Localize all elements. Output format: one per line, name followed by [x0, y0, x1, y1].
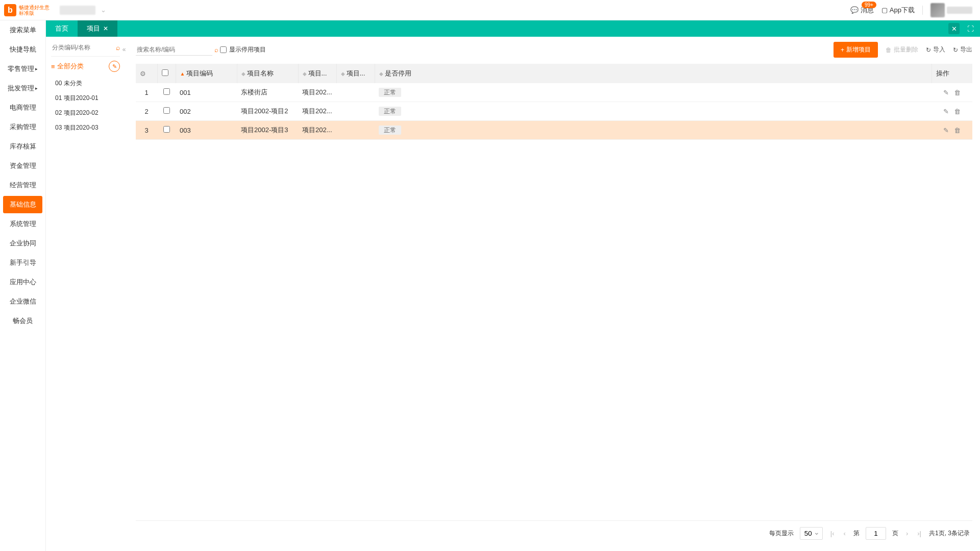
column-settings[interactable]: ⚙ — [136, 64, 157, 83]
close-all-button[interactable]: ✕ — [948, 23, 960, 34]
row-operations: ✎ 🗑 — [932, 83, 972, 102]
category-edit-button[interactable]: ✎ — [109, 61, 120, 72]
nav-retail[interactable]: 零售管理▸ — [0, 59, 45, 79]
fullscreen-button[interactable]: ⛶ — [965, 23, 976, 34]
nav-member[interactable]: 畅会员 — [0, 311, 45, 331]
first-page-button[interactable]: |‹ — [829, 530, 836, 537]
chevron-left-icon: « — [122, 46, 126, 53]
column-category-header[interactable]: ◆项目... — [298, 64, 336, 83]
column-code-header[interactable]: ▲项目编码 — [176, 64, 237, 83]
row-checkbox[interactable] — [163, 107, 170, 114]
export-button[interactable]: ↻ 导出 — [953, 45, 972, 54]
nav-wholesale[interactable]: 批发管理▸ — [0, 79, 45, 98]
search-icon[interactable]: ⌕ — [116, 43, 120, 52]
org-selector[interactable]: ⌄ — [60, 6, 106, 15]
top-header: b 畅捷通好生意 标准版 ⌄ 💬 消息 99+ ▢ App下载 — [0, 0, 980, 20]
user-menu[interactable] — [930, 3, 972, 17]
sort-icon: ◆ — [303, 71, 307, 77]
nav-enterprise[interactable]: 企业协同 — [0, 234, 45, 253]
category-item[interactable]: 02 项目2020-02 — [51, 106, 120, 120]
nav-ecommerce[interactable]: 电商管理 — [0, 98, 45, 117]
messages-button[interactable]: 💬 消息 99+ — [850, 6, 874, 15]
prev-page-button[interactable]: ‹ — [842, 530, 847, 537]
tab-home[interactable]: 首页 — [46, 20, 78, 37]
edit-button[interactable]: ✎ — [943, 89, 949, 96]
row-checkbox[interactable] — [163, 88, 170, 95]
edit-button[interactable]: ✎ — [943, 127, 949, 134]
row-checkbox[interactable] — [163, 126, 170, 133]
show-disabled-label: 显示停用项目 — [229, 45, 266, 54]
select-all-checkbox[interactable] — [162, 69, 168, 76]
category-search-input[interactable] — [51, 42, 116, 53]
category-all[interactable]: ≡ 全部分类 — [51, 62, 84, 71]
nav-inventory[interactable]: 库存核算 — [0, 137, 45, 156]
row-category: 项目202... — [298, 102, 336, 121]
tab-project[interactable]: 项目 ✕ — [78, 20, 117, 37]
batch-delete-button[interactable]: 🗑 批量删除 — [886, 45, 918, 54]
next-icon: › — [906, 530, 908, 537]
table-panel: ⌕ 显示停用项目 + 新增项目 🗑 — [128, 37, 980, 551]
column-name-header[interactable]: ◆项目名称 — [237, 64, 298, 83]
column-disabled-header[interactable]: ◆是否停用 — [375, 64, 932, 83]
last-page-button[interactable]: ›| — [916, 530, 923, 537]
next-page-button[interactable]: › — [904, 530, 910, 537]
first-icon: |‹ — [830, 530, 835, 537]
close-icon: ✕ — [951, 25, 957, 33]
row-classification — [336, 83, 375, 102]
page-number-input[interactable] — [866, 527, 886, 540]
nav-appcenter[interactable]: 应用中心 — [0, 272, 45, 292]
add-new-button[interactable]: + 新增项目 — [834, 42, 878, 58]
delete-button[interactable]: 🗑 — [954, 89, 961, 96]
pager-summary: 共1页, 3条记录 — [929, 529, 970, 538]
category-item[interactable]: 01 项目2020-01 — [51, 91, 120, 106]
edit-button[interactable]: ✎ — [943, 108, 949, 115]
delete-button[interactable]: 🗑 — [954, 108, 961, 115]
nav-quick[interactable]: 快捷导航 — [0, 40, 45, 59]
delete-button[interactable]: 🗑 — [954, 127, 961, 134]
table-row[interactable]: 3 003 项目2002-项目3 项目202... 正常 ✎ 🗑 — [136, 121, 972, 140]
nav-newbie[interactable]: 新手引导 — [0, 253, 45, 272]
per-page-label: 每页显示 — [769, 529, 794, 538]
row-status: 正常 — [375, 102, 932, 121]
nav-funds[interactable]: 资金管理 — [0, 156, 45, 176]
table-row[interactable]: 1 001 东楼街店 项目202... 正常 ✎ 🗑 — [136, 83, 972, 102]
page-label: 第 — [853, 529, 860, 538]
row-status: 正常 — [375, 83, 932, 102]
row-name: 项目2002-项目3 — [237, 121, 298, 140]
user-name-blurred — [947, 7, 972, 14]
row-classification — [336, 102, 375, 121]
tabs-bar: 首页 项目 ✕ ✕ ⛶ — [46, 20, 980, 37]
logo-text: 畅捷通好生意 标准版 — [19, 5, 50, 16]
collapse-button[interactable]: « — [122, 46, 126, 53]
search-icon[interactable]: ⌕ — [214, 46, 218, 54]
row-category: 项目202... — [298, 121, 336, 140]
nav-wecom[interactable]: 企业微信 — [0, 292, 45, 311]
table-row[interactable]: 2 002 项目2002-项目2 项目202... 正常 ✎ 🗑 — [136, 102, 972, 121]
close-icon[interactable]: ✕ — [103, 25, 108, 32]
row-name: 项目2002-项目2 — [237, 102, 298, 121]
row-classification — [336, 121, 375, 140]
trash-icon: 🗑 — [954, 127, 961, 134]
category-item[interactable]: 00 未分类 — [51, 76, 120, 91]
sort-icon: ◆ — [379, 71, 383, 77]
nav-system[interactable]: 系统管理 — [0, 214, 45, 234]
chevron-down-icon: ⌄ — [101, 6, 106, 14]
fullscreen-icon: ⛶ — [967, 25, 974, 33]
checkbox-input[interactable] — [220, 46, 227, 53]
show-disabled-checkbox[interactable]: 显示停用项目 — [220, 45, 266, 54]
page-size-select[interactable]: 50 — [800, 527, 823, 540]
app-download-button[interactable]: ▢ App下载 — [881, 6, 915, 15]
nav-basic[interactable]: 基础信息 — [3, 196, 42, 213]
divider — [922, 6, 923, 15]
gear-icon: ⚙ — [140, 70, 146, 78]
sort-icon: ◆ — [341, 71, 345, 77]
logo[interactable]: b 畅捷通好生意 标准版 — [0, 4, 50, 16]
table-search-input[interactable] — [136, 44, 214, 55]
nav-procurement[interactable]: 采购管理 — [0, 117, 45, 137]
category-item[interactable]: 03 项目2020-03 — [51, 120, 120, 135]
nav-operation[interactable]: 经营管理 — [0, 176, 45, 195]
import-button[interactable]: ↻ 导入 — [926, 45, 945, 54]
row-category: 项目202... — [298, 83, 336, 102]
nav-search[interactable]: 搜索菜单 — [0, 20, 45, 40]
column-classification-header[interactable]: ◆项目... — [336, 64, 375, 83]
